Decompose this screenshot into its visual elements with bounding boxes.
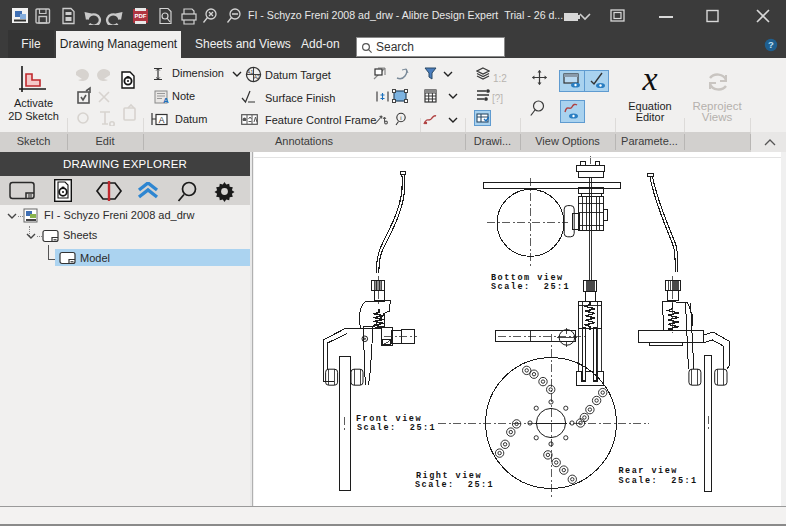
svg-text:A: A: [159, 115, 165, 125]
svg-text:A2: A2: [254, 74, 260, 80]
svg-text:Scale: 25:1: Scale: 25:1: [415, 480, 494, 490]
svg-text:Rear view: Rear view: [619, 466, 678, 476]
svg-text:PDF: PDF: [135, 13, 147, 19]
svg-text:i: i: [400, 115, 401, 121]
svg-text:?: ?: [768, 39, 774, 50]
svg-text:Scale: 25:1: Scale: 25:1: [491, 282, 570, 292]
svg-text:Scale: 25:1: Scale: 25:1: [619, 476, 698, 486]
svg-text:A1: A1: [247, 69, 253, 75]
svg-text:A: A: [163, 96, 169, 105]
svg-text:Scale: 25:1: Scale: 25:1: [357, 423, 436, 433]
